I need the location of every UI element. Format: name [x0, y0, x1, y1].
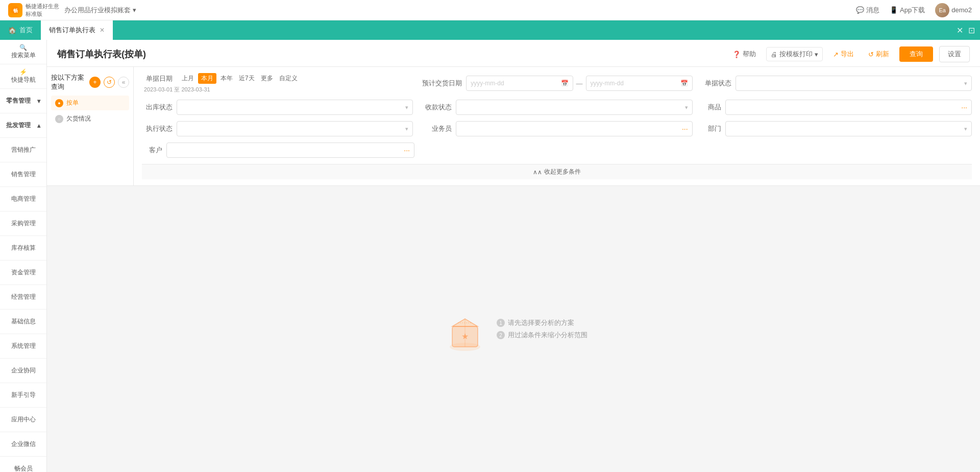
company-selector[interactable]: 办公用品行业模拟账套 ▾: [64, 6, 136, 15]
sidebar-item-system[interactable]: 系统管理: [0, 334, 46, 359]
execution-status-arrow: ▾: [405, 126, 408, 132]
message-icon: 💬: [856, 6, 864, 14]
export-button[interactable]: ↗ 导出: [829, 48, 858, 61]
calendar-icon-end: 📅: [680, 80, 688, 87]
sidebar-item-quicknav[interactable]: ⚡ 快捷导航: [0, 64, 46, 89]
department-arrow: ▾: [964, 126, 967, 132]
company-dropdown-icon: ▾: [133, 6, 136, 14]
sidebar-item-basic[interactable]: 基础信息: [0, 310, 46, 334]
sidebar-retail-label: 零售管理: [6, 97, 31, 105]
expected-date-label: 预计交货日期: [421, 79, 462, 88]
filter-scheme-shortage-label: 欠货情况: [66, 114, 91, 123]
filter-sidebar-actions: + ↺ «: [89, 77, 129, 88]
empty-hint-1-text: 请先选择要分析的方案: [508, 318, 574, 327]
date-range-text: 2023-03-01 至 2023-03-31: [144, 86, 210, 93]
sidebar-item-appcenter[interactable]: 应用中心: [0, 408, 46, 432]
filter-row-4: 客户 ···: [142, 143, 972, 158]
tab-home[interactable]: 🏠 首页: [0, 20, 41, 40]
refresh-label: 刷新: [876, 50, 889, 59]
query-button[interactable]: 查询: [899, 46, 933, 62]
filter-sidebar-title: 按以下方案查询: [51, 73, 89, 91]
expected-date-end-placeholder: yyyy-mm-dd: [591, 80, 624, 87]
filter-field-date: 单据日期 上月 本月 本年 近7天 更多 自定义 2023-03-01 至 20…: [142, 73, 413, 93]
user-action[interactable]: Ea demo2: [935, 3, 972, 17]
tab-close-all-icon[interactable]: ✕: [957, 26, 963, 35]
tab-sales-order[interactable]: 销售订单执行表 ✕: [41, 20, 113, 40]
execution-status-dropdown[interactable]: ▾: [177, 121, 413, 136]
tab-restore-icon[interactable]: ⊡: [968, 26, 975, 35]
app-download-action[interactable]: 📱 App下载: [890, 6, 925, 15]
expected-date-start[interactable]: yyyy-mm-dd 📅: [466, 76, 573, 91]
logo-area: 畅 畅捷通好生意 标准版: [8, 3, 59, 17]
retail-arrow-icon: ▾: [37, 98, 40, 105]
sidebar-item-purchase[interactable]: 采购管理: [0, 211, 46, 236]
department-dropdown[interactable]: ▾: [725, 121, 972, 136]
sidebar-item-wholesale[interactable]: 批发管理 ▴: [0, 113, 46, 138]
empty-hint-2: 2 用过滤条件来缩小分析范围: [497, 331, 587, 340]
payment-status-arrow: ▾: [685, 104, 688, 111]
filter-panel: 按以下方案查询 + ↺ « ● 按单 ○ 欠货情况: [47, 67, 980, 186]
message-label: 消息: [866, 6, 879, 15]
logo-icon: 畅: [8, 3, 22, 17]
quick-date-more[interactable]: 更多: [259, 73, 275, 84]
collapse-filter-btn[interactable]: ∧∧ 收起更多条件: [142, 164, 972, 179]
filter-field-customer: 客户 ···: [142, 143, 414, 158]
quick-date-7days[interactable]: 近7天: [237, 73, 257, 84]
content-area: 销售订单执行表(按单) ❓ 帮助 🖨 按模板打印 ▾ ↗ 导出 ↺ 刷新: [47, 40, 980, 472]
sidebar-item-marketing[interactable]: 营销推广: [0, 138, 46, 162]
wholesale-arrow-icon: ▴: [37, 122, 40, 129]
delivery-status-label: 出库状态: [142, 103, 173, 112]
print-label: 按模板打印: [779, 50, 813, 59]
expected-date-end[interactable]: yyyy-mm-dd 📅: [586, 76, 693, 91]
sidebar-item-ecommerce[interactable]: 电商管理: [0, 187, 46, 211]
empty-state: ★ 1 请先选择要分析的方案 2 用过滤条件来缩小分析范围: [47, 186, 980, 472]
logo-text: 畅捷通好生意 标准版: [26, 3, 59, 17]
tab-close-icon[interactable]: ✕: [100, 27, 105, 34]
sidebar-item-sales[interactable]: 销售管理: [0, 162, 46, 187]
sidebar-item-member[interactable]: 畅会员: [0, 457, 46, 472]
sidebar-item-inventory[interactable]: 库存核算: [0, 236, 46, 261]
sidebar-item-wechat[interactable]: 企业微信: [0, 432, 46, 457]
payment-status-dropdown[interactable]: ▾: [456, 100, 692, 115]
filter-scheme-order[interactable]: ● 按单: [51, 96, 129, 110]
order-status-dropdown[interactable]: ▾: [736, 76, 972, 91]
quick-date-this-year[interactable]: 本年: [218, 73, 235, 84]
top-header-left: 畅 畅捷通好生意 标准版 办公用品行业模拟账套 ▾: [8, 3, 136, 17]
salesperson-more-icon: ···: [682, 125, 688, 133]
sidebar-basic-label: 基础信息: [11, 317, 36, 326]
sidebar-item-retail[interactable]: 零售管理 ▾: [0, 89, 46, 113]
sidebar-marketing-label: 营销推广: [11, 146, 36, 154]
quick-date-custom[interactable]: 自定义: [277, 73, 300, 84]
page-actions: ❓ 帮助 🖨 按模板打印 ▾ ↗ 导出 ↺ 刷新 查询 设置: [728, 46, 970, 62]
quick-date-last-month[interactable]: 上月: [180, 73, 196, 84]
filter-field-order-status: 单据状态 ▾: [701, 76, 972, 91]
customer-input[interactable]: ···: [166, 143, 414, 158]
quick-date-this-month[interactable]: 本月: [198, 73, 216, 84]
empty-hint-1-num: 1: [497, 319, 505, 327]
filter-collapse-button[interactable]: «: [118, 77, 129, 88]
sidebar-item-newguide[interactable]: 新手引导: [0, 383, 46, 408]
tab-bar-actions: ✕ ⊡: [957, 20, 980, 40]
order-status-arrow: ▾: [964, 80, 967, 87]
help-button[interactable]: ❓ 帮助: [728, 48, 760, 61]
sidebar-item-operations[interactable]: 经营管理: [0, 285, 46, 310]
settings-button[interactable]: 设置: [939, 46, 970, 62]
filter-scheme-shortage-icon: ○: [55, 115, 63, 123]
message-action[interactable]: 💬 消息: [856, 6, 879, 15]
product-input[interactable]: ···: [725, 100, 972, 115]
main-layout: 🔍 搜索菜单 ⚡ 快捷导航 零售管理 ▾ 批发管理 ▴ 营销推广 销售管理 电商…: [0, 40, 980, 472]
sidebar-wechat-label: 企业微信: [11, 440, 36, 449]
filter-scheme-shortage[interactable]: ○ 欠货情况: [51, 111, 129, 126]
print-button[interactable]: 🖨 按模板打印 ▾: [766, 47, 823, 61]
refresh-button[interactable]: ↺ 刷新: [864, 48, 893, 61]
filter-add-button[interactable]: +: [89, 77, 101, 88]
sidebar-item-collab[interactable]: 企业协同: [0, 359, 46, 383]
sidebar-item-finance[interactable]: 资金管理: [0, 261, 46, 285]
sidebar-item-search[interactable]: 🔍 搜索菜单: [0, 40, 46, 64]
order-status-label: 单据状态: [701, 79, 731, 88]
salesperson-input[interactable]: ···: [456, 121, 692, 136]
page-title: 销售订单执行表(按单): [57, 48, 146, 60]
filter-refresh-button[interactable]: ↺: [104, 77, 115, 88]
print-dropdown-icon: ▾: [815, 51, 818, 58]
delivery-status-dropdown[interactable]: ▾: [177, 100, 413, 115]
